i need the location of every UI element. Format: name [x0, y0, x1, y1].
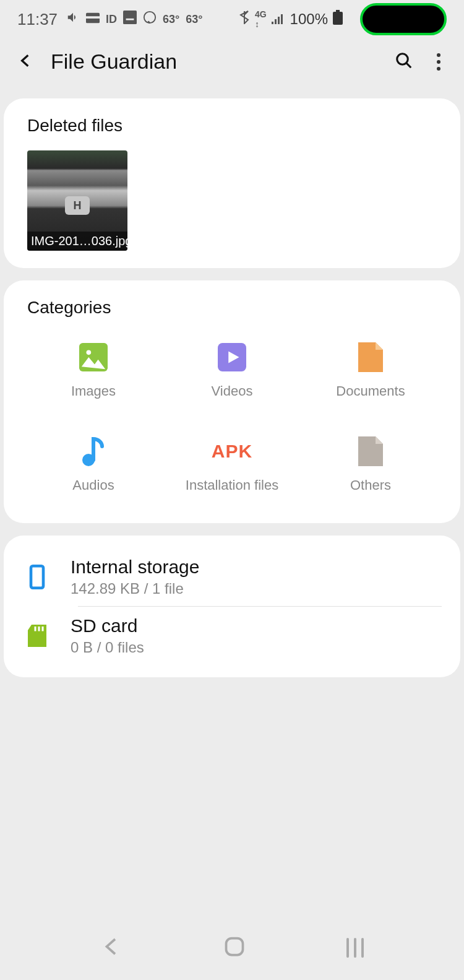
categories-card: Categories Images Videos Documents Audio… [4, 280, 460, 523]
svg-rect-20 [226, 939, 243, 955]
nav-recents[interactable] [346, 938, 364, 958]
status-time: 11:37 [17, 10, 58, 29]
svg-point-11 [397, 53, 408, 64]
navigation-bar [0, 923, 464, 973]
status-icons-left: ID 63° 63° [66, 11, 202, 28]
weather-temp-1: 63° [163, 13, 179, 26]
category-documents[interactable]: Documents [304, 342, 437, 399]
internal-storage-title: Internal storage [71, 557, 199, 578]
4g-data-icon: 4G↕ [255, 9, 267, 29]
search-button[interactable] [395, 51, 413, 72]
category-others[interactable]: Others [304, 436, 437, 493]
more-options-button[interactable] [431, 53, 447, 71]
sd-card-row[interactable]: SD card 0 B / 0 files [22, 607, 442, 665]
images-icon [79, 342, 108, 372]
svg-rect-9 [336, 10, 340, 12]
deleted-files-title: Deleted files [27, 116, 437, 136]
phone-icon [25, 565, 49, 589]
svg-rect-16 [31, 566, 43, 588]
internal-storage-sub: 142.89 KB / 1 file [71, 580, 199, 597]
svg-rect-7 [278, 17, 280, 24]
camera-cutout [360, 3, 447, 35]
category-label: Images [71, 383, 116, 399]
audios-icon [79, 436, 108, 466]
svg-rect-18 [38, 627, 40, 631]
category-installation-files[interactable]: APK Installation files [166, 436, 298, 493]
status-bar: 11:37 ID 63° 63° 4G↕ 100% [0, 0, 464, 37]
svg-rect-17 [35, 627, 37, 631]
category-label: Documents [336, 383, 405, 399]
apk-icon: APK [217, 436, 247, 466]
category-label: Audios [72, 477, 114, 493]
svg-rect-2 [123, 11, 137, 24]
back-button[interactable] [17, 53, 33, 71]
svg-rect-5 [272, 22, 273, 24]
battery-pct: 100% [290, 11, 328, 28]
documents-icon [356, 342, 385, 372]
others-icon [356, 436, 385, 466]
category-images[interactable]: Images [27, 342, 160, 399]
svg-rect-19 [42, 627, 44, 631]
svg-point-4 [144, 12, 155, 23]
sd-card-title: SD card [71, 615, 144, 636]
app-header: File Guardian [0, 37, 464, 92]
volume-icon [66, 11, 80, 28]
whatsapp-icon [143, 11, 157, 28]
nav-back[interactable] [100, 935, 122, 960]
thumbnail-filename: IMG-201…036.jpg [27, 232, 127, 251]
category-audios[interactable]: Audios [27, 436, 160, 493]
svg-rect-6 [275, 19, 277, 24]
category-label: Installation files [186, 477, 278, 493]
sdcard-icon [25, 623, 49, 648]
nav-home[interactable] [223, 935, 246, 960]
signal-icon [272, 11, 285, 28]
svg-rect-10 [333, 12, 343, 25]
picture-icon [123, 11, 137, 28]
deleted-files-card: Deleted files H IMG-201…036.jpg [4, 98, 460, 268]
category-videos[interactable]: Videos [166, 342, 298, 399]
storage-card: Internal storage 142.89 KB / 1 file SD c… [4, 536, 460, 677]
deleted-file-thumbnail[interactable]: H IMG-201…036.jpg [27, 150, 127, 251]
bluetooth-icon [239, 11, 250, 28]
thumbnail-logo: H [65, 196, 90, 215]
category-label: Videos [212, 383, 253, 399]
id-icon: ID [106, 13, 117, 26]
svg-rect-3 [126, 19, 134, 20]
svg-rect-1 [86, 16, 100, 19]
category-label: Others [350, 477, 391, 493]
card-icon [86, 11, 100, 27]
categories-title: Categories [27, 298, 437, 318]
svg-point-13 [87, 350, 92, 355]
videos-icon [217, 342, 247, 372]
battery-icon [333, 10, 343, 28]
weather-temp-2: 63° [186, 13, 202, 26]
status-icons-right: 4G↕ 100% [239, 3, 447, 35]
internal-storage-row[interactable]: Internal storage 142.89 KB / 1 file [22, 548, 442, 606]
svg-rect-8 [281, 14, 283, 24]
sd-card-sub: 0 B / 0 files [71, 639, 144, 656]
page-title: File Guardian [51, 50, 377, 74]
